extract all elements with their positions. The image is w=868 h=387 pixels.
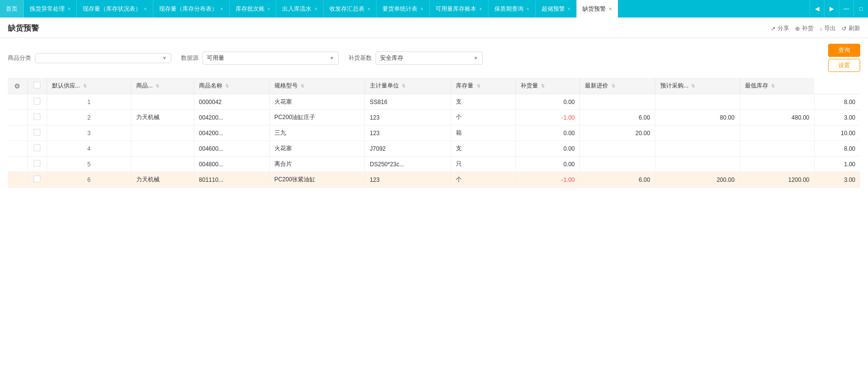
tab-close-recv-summary[interactable]: × bbox=[367, 6, 370, 12]
replenish-icon: ⊕ bbox=[795, 25, 800, 32]
tab-inventory-dist[interactable]: 现存量（库存分布表） × bbox=[153, 0, 230, 18]
row-unit-cell: 个 bbox=[451, 110, 516, 125]
tab-close-available-ledger[interactable]: × bbox=[479, 6, 482, 12]
tab-close-inventory-status[interactable]: × bbox=[144, 6, 147, 12]
query-button[interactable]: 查询 bbox=[828, 44, 860, 57]
row-product-name-cell: 离合片 bbox=[269, 157, 364, 172]
table-header-row: ⚙ 默认供应... ⇅ 商品... ⇅ 商品名称 ⇅ bbox=[8, 78, 860, 94]
table-row: 2 力天机械 004200... PC200油缸庄子 123 个 -1.00 6… bbox=[8, 110, 860, 125]
tab-close-inventory-dist[interactable]: × bbox=[220, 6, 223, 12]
replenish-btn[interactable]: ⊕ 补货 bbox=[795, 24, 814, 33]
sort-latest-price-icon[interactable]: ⇅ bbox=[612, 84, 615, 88]
settings-button[interactable]: 设置 bbox=[828, 59, 860, 72]
row-supplier-cell bbox=[131, 157, 194, 172]
th-checkbox bbox=[27, 78, 47, 94]
row-unit-cell: 个 bbox=[451, 172, 516, 188]
category-select[interactable]: ▼ bbox=[35, 53, 171, 63]
row-product-name-cell: 火花塞 bbox=[269, 94, 364, 110]
row-stock-cell: 0.00 bbox=[515, 94, 580, 110]
table-container: ⚙ 默认供应... ⇅ 商品... ⇅ 商品名称 ⇅ bbox=[0, 78, 868, 188]
header-actions: ↗ 分享 ⊕ 补货 ↓ 导出 ↺ 刷新 bbox=[771, 24, 860, 33]
row-min-stock-cell: 1.00 bbox=[814, 157, 860, 172]
row-min-stock-cell: 8.00 bbox=[814, 141, 860, 157]
select-all-checkbox[interactable] bbox=[34, 82, 40, 88]
tab-close-order-stats[interactable]: × bbox=[420, 6, 423, 12]
datasource-value: 可用量 bbox=[207, 54, 224, 62]
th-product-code: 商品... ⇅ bbox=[131, 78, 194, 94]
export-icon: ↓ bbox=[819, 25, 822, 32]
window-minimize-btn[interactable]: — bbox=[839, 0, 853, 18]
tab-in-out-flow[interactable]: 出入库流水 × bbox=[276, 0, 324, 18]
row-settings-cell bbox=[8, 110, 27, 125]
share-icon: ↗ bbox=[771, 25, 776, 32]
tab-abnormal[interactable]: 拣货异常处理 × bbox=[24, 0, 77, 18]
replenish-basis-select[interactable]: 安全库存 ▼ bbox=[376, 52, 483, 65]
tab-next-btn[interactable]: ▶ bbox=[824, 0, 839, 18]
replenish-basis-label: 补货基数 bbox=[348, 54, 372, 62]
row-checkbox-2[interactable] bbox=[34, 113, 40, 120]
tab-shortage[interactable]: 缺货预警 × bbox=[577, 0, 618, 18]
row-checkbox-cell bbox=[27, 110, 47, 125]
row-latest-price-cell: 80.00 bbox=[655, 110, 740, 125]
sort-unit-icon[interactable]: ⇅ bbox=[402, 84, 406, 88]
sort-min-stock-icon[interactable]: ⇅ bbox=[771, 84, 775, 88]
tab-close-overstock[interactable]: × bbox=[568, 6, 571, 12]
replenish-basis-filter-group: 补货基数 安全库存 ▼ bbox=[348, 52, 483, 65]
tab-close-expiry-query[interactable]: × bbox=[526, 6, 529, 12]
row-checkbox-3[interactable] bbox=[34, 129, 40, 136]
tab-home[interactable]: 首页 bbox=[0, 0, 24, 18]
tab-close-abnormal[interactable]: × bbox=[68, 6, 71, 12]
sort-product-name-icon[interactable]: ⇅ bbox=[225, 84, 229, 88]
refresh-icon: ↺ bbox=[842, 25, 847, 32]
row-checkbox-cell bbox=[27, 172, 47, 188]
row-unit-cell: 支 bbox=[451, 94, 516, 110]
tab-overstock[interactable]: 超储预警 × bbox=[536, 0, 577, 18]
row-checkbox-cell bbox=[27, 141, 47, 157]
sort-product-code-icon[interactable]: ⇅ bbox=[156, 84, 160, 88]
page-header: 缺货预警 ↗ 分享 ⊕ 补货 ↓ 导出 ↺ 刷新 bbox=[0, 18, 868, 38]
tab-close-in-out-flow[interactable]: × bbox=[314, 6, 317, 12]
row-checkbox-1[interactable] bbox=[34, 98, 40, 105]
window-maximize-btn[interactable]: □ bbox=[853, 0, 868, 18]
datasource-select[interactable]: 可用量 ▼ bbox=[202, 52, 339, 65]
row-estimated-purchase-cell bbox=[740, 125, 814, 141]
tab-expiry-query[interactable]: 保质期查询 × bbox=[488, 0, 536, 18]
settings-gear-icon[interactable]: ⚙ bbox=[14, 82, 20, 90]
row-stock-cell: 0.00 bbox=[515, 157, 580, 172]
table-row: 5 004800... 离合片 DS250*23c... 只 0.00 1.00 bbox=[8, 157, 860, 172]
row-product-code-cell: 801110... bbox=[194, 172, 269, 188]
refresh-btn[interactable]: ↺ 刷新 bbox=[842, 24, 860, 33]
tab-available-ledger[interactable]: 可用量库存账本 × bbox=[430, 0, 488, 18]
sort-stock-icon[interactable]: ⇅ bbox=[477, 84, 481, 88]
tab-close-shortage[interactable]: × bbox=[609, 6, 612, 12]
sort-spec-icon[interactable]: ⇅ bbox=[301, 84, 305, 88]
tab-order-stats[interactable]: 要货单统计表 × bbox=[377, 0, 430, 18]
page-title: 缺货预警 bbox=[8, 23, 39, 34]
tab-close-batch-account[interactable]: × bbox=[268, 6, 271, 12]
sort-supplier-icon[interactable]: ⇅ bbox=[83, 84, 87, 88]
export-btn[interactable]: ↓ 导出 bbox=[819, 24, 836, 33]
tab-batch-account[interactable]: 库存批次账 × bbox=[230, 0, 277, 18]
sort-replenish-icon[interactable]: ⇅ bbox=[541, 84, 545, 88]
row-checkbox-cell bbox=[27, 94, 47, 110]
row-replenish-cell bbox=[580, 141, 655, 157]
row-settings-cell bbox=[8, 157, 27, 172]
row-latest-price-cell: 200.00 bbox=[655, 172, 740, 188]
tab-prev-btn[interactable]: ◀ bbox=[810, 0, 824, 18]
share-btn[interactable]: ↗ 分享 bbox=[771, 24, 789, 33]
sort-estimated-purchase-icon[interactable]: ⇅ bbox=[691, 84, 695, 88]
tab-inventory-status[interactable]: 现存量（库存状况表） × bbox=[77, 0, 153, 18]
row-checkbox-6[interactable] bbox=[34, 176, 40, 182]
row-checkbox-5[interactable] bbox=[34, 160, 40, 167]
tab-recv-summary[interactable]: 收发存汇总表 × bbox=[324, 0, 377, 18]
row-estimated-purchase-cell: 480.00 bbox=[740, 110, 814, 125]
row-supplier-cell bbox=[131, 141, 194, 157]
row-checkbox-4[interactable] bbox=[34, 144, 40, 151]
row-product-name-cell: PC200油缸庄子 bbox=[269, 110, 364, 125]
row-latest-price-cell bbox=[655, 141, 740, 157]
row-replenish-cell bbox=[580, 157, 655, 172]
row-unit-cell: 箱 bbox=[451, 125, 516, 141]
row-product-name-cell: PC200张紧油缸 bbox=[269, 172, 364, 188]
category-dropdown-icon: ▼ bbox=[162, 55, 167, 61]
main-content: 缺货预警 ↗ 分享 ⊕ 补货 ↓ 导出 ↺ 刷新 商品分类 bbox=[0, 18, 868, 387]
